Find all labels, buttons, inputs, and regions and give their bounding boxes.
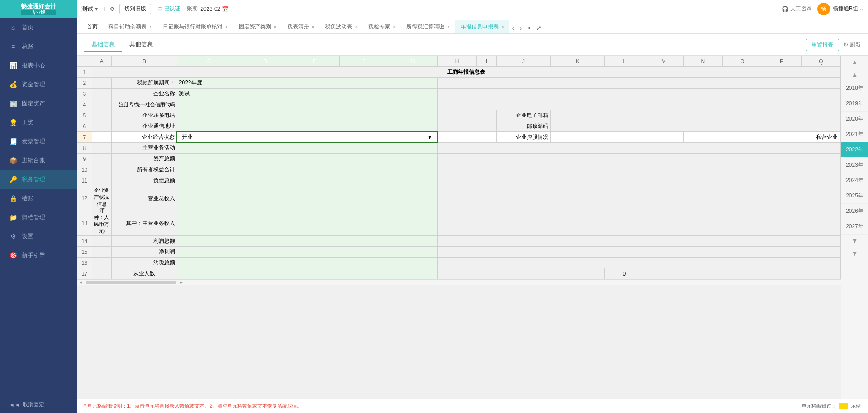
cell-title[interactable]: 工商年报信息表: [92, 67, 840, 78]
col-header-M[interactable]: M: [644, 56, 683, 67]
col-header-F[interactable]: F: [339, 56, 388, 67]
profit-value[interactable]: [177, 236, 437, 247]
close-tab-tax-expert[interactable]: ×: [393, 24, 396, 29]
sidebar-item-stock[interactable]: 📦 进销台账: [0, 151, 77, 170]
col-header-Q[interactable]: Q: [801, 56, 840, 67]
tab-scroll-right[interactable]: ›: [517, 23, 524, 33]
sidebar-item-finance[interactable]: 💰 资金管理: [0, 75, 77, 94]
refresh-button[interactable]: ↻ 刷新: [844, 41, 861, 49]
sidebar-item-guide[interactable]: 🎯 新手引导: [0, 246, 77, 265]
col-header-L[interactable]: L: [604, 56, 644, 67]
subtab-other[interactable]: 其他信息: [122, 38, 160, 52]
main-biz-value[interactable]: [177, 143, 437, 154]
liabilities-value[interactable]: [177, 175, 437, 186]
close-tab-fixed-asset[interactable]: ×: [274, 24, 277, 29]
address-value[interactable]: [177, 121, 437, 132]
dropdown-icon[interactable]: ▾: [95, 6, 98, 12]
horizontal-scrollbar[interactable]: ◄ ►: [77, 279, 841, 285]
assets-value[interactable]: [177, 154, 437, 164]
sidebar-item-reports[interactable]: 📊 报表中心: [0, 56, 77, 75]
sidebar-item-settings[interactable]: ⚙ 设置: [0, 227, 77, 246]
tab-tax-wave[interactable]: 税负波动表 ×: [320, 20, 363, 34]
tab-expand[interactable]: ⤢: [533, 23, 544, 33]
tab-journal[interactable]: 日记账与银行对账单核对 ×: [157, 20, 233, 34]
email-value[interactable]: [551, 110, 841, 121]
add-icon[interactable]: +: [102, 5, 106, 13]
tab-tax-expert[interactable]: 税检专家 ×: [363, 20, 401, 34]
col-header-N[interactable]: N: [683, 56, 722, 67]
year-scroll-up[interactable]: ▲: [849, 56, 861, 68]
employees-value[interactable]: [177, 268, 437, 279]
tab-annual-report[interactable]: 年报信息申报表 ×: [455, 20, 509, 34]
net-profit-value[interactable]: [177, 247, 437, 258]
close-tab-tax-wave[interactable]: ×: [355, 24, 358, 29]
close-tab-journal[interactable]: ×: [225, 24, 228, 29]
col-header-H[interactable]: H: [438, 56, 477, 67]
settings-icon[interactable]: ⚙: [110, 6, 115, 12]
company-value[interactable]: 测试: [177, 89, 437, 99]
equity-value[interactable]: [177, 164, 437, 175]
year-2020[interactable]: 2020年: [841, 112, 868, 127]
revenue-value[interactable]: [177, 186, 437, 211]
col-header-G[interactable]: G: [388, 56, 438, 67]
col-header-P[interactable]: P: [762, 56, 801, 67]
tab-home[interactable]: 首页: [81, 20, 103, 33]
sidebar-item-assets[interactable]: 🏢 固定资产: [0, 94, 77, 113]
col-header-O[interactable]: O: [722, 56, 762, 67]
col-header-B[interactable]: B: [112, 56, 177, 67]
year-2026[interactable]: 2026年: [841, 204, 868, 219]
col-header-K[interactable]: K: [551, 56, 605, 67]
status-dropdown[interactable]: 开业 ▼: [177, 132, 437, 143]
main-revenue-value[interactable]: [177, 211, 437, 236]
close-tab-subject[interactable]: ×: [149, 24, 152, 29]
reg-value[interactable]: [177, 99, 437, 110]
year-2023[interactable]: 2023年: [841, 158, 868, 173]
year-scroll-down2[interactable]: ▼: [849, 247, 861, 260]
phone-value[interactable]: [177, 110, 437, 121]
col-header-A[interactable]: A: [92, 56, 112, 67]
year-scroll-up2[interactable]: ▲: [849, 68, 861, 81]
dropdown-arrow[interactable]: ▼: [427, 134, 433, 141]
holding-value[interactable]: [551, 132, 684, 143]
calendar-icon[interactable]: 📅: [222, 6, 229, 12]
year-2024[interactable]: 2024年: [841, 173, 868, 188]
sidebar-item-archive[interactable]: 📁 归档管理: [0, 208, 77, 227]
year-2021[interactable]: 2021年: [841, 127, 868, 142]
tab-subject[interactable]: 科目辅助余额表 ×: [103, 20, 157, 34]
sidebar-item-home[interactable]: ⌂ 首页: [0, 18, 77, 37]
old-version-button[interactable]: 切到旧版: [119, 4, 151, 14]
year-2018[interactable]: 2018年: [841, 81, 868, 96]
sidebar-item-tax[interactable]: 🔑 税务管理: [0, 170, 77, 189]
year-2025[interactable]: 2025年: [841, 188, 868, 204]
tab-scroll-left[interactable]: ‹: [509, 23, 517, 33]
tab-close-current[interactable]: ×: [524, 23, 533, 33]
sidebar-item-ledger[interactable]: ≡ 总账: [0, 37, 77, 56]
year-2019[interactable]: 2019年: [841, 96, 868, 112]
col-header-I[interactable]: I: [477, 56, 497, 67]
subtab-basic[interactable]: 基础信息: [84, 38, 122, 52]
scroll-thumb[interactable]: [86, 281, 176, 284]
sidebar-item-salary[interactable]: 👷 工资: [0, 113, 77, 132]
col-header-J[interactable]: J: [496, 56, 551, 67]
col-header-C[interactable]: C: [177, 56, 241, 67]
cancel-fixed-button[interactable]: ◄◄ 取消固定: [0, 396, 77, 413]
close-tab-tax-list[interactable]: ×: [312, 24, 315, 29]
tab-income-tax[interactable]: 所得税汇算清缴 ×: [401, 20, 455, 34]
year-scroll-down[interactable]: ▼: [849, 235, 861, 247]
sidebar-item-close[interactable]: 🔒 结账: [0, 189, 77, 208]
close-tab-income-tax[interactable]: ×: [447, 24, 450, 29]
postal-value[interactable]: [551, 121, 841, 132]
year-2027[interactable]: 2027年: [841, 219, 868, 235]
close-tab-annual[interactable]: ×: [501, 24, 504, 29]
year-2022[interactable]: 2022年: [841, 142, 868, 158]
tab-tax-list[interactable]: 税表清册 ×: [282, 20, 320, 34]
sidebar-item-invoice[interactable]: 🧾 发票管理: [0, 132, 77, 151]
period-value[interactable]: 2022年度: [177, 78, 437, 89]
col-header-D[interactable]: D: [241, 56, 290, 67]
reset-button[interactable]: 重置报表: [806, 39, 839, 51]
service-button[interactable]: 🎧 人工咨询: [782, 5, 812, 13]
tab-fixed-asset[interactable]: 固定资产类别 ×: [233, 20, 282, 34]
user-menu[interactable]: 畅 畅捷通B组…: [817, 3, 863, 15]
tax-total-value[interactable]: [177, 258, 437, 268]
col-header-E[interactable]: E: [290, 56, 339, 67]
